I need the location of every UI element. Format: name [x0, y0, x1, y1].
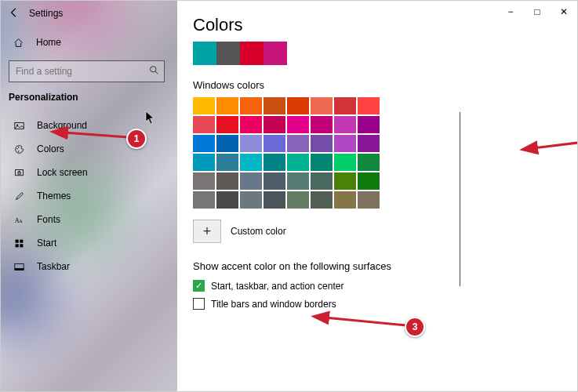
color-swatch[interactable]	[193, 135, 215, 152]
color-swatch[interactable]	[287, 97, 309, 114]
color-swatch[interactable]	[287, 116, 309, 133]
color-swatch[interactable]	[287, 135, 309, 152]
color-swatch[interactable]	[240, 154, 262, 171]
color-swatch[interactable]	[358, 154, 380, 171]
color-swatch[interactable]	[264, 97, 285, 114]
sidebar-item-label: Lock screen	[37, 167, 88, 178]
sidebar-item-label: Background	[37, 120, 87, 131]
color-swatch[interactable]	[358, 172, 380, 190]
home-label: Home	[36, 37, 61, 48]
color-swatch[interactable]	[311, 154, 333, 171]
sidebar-item-start[interactable]: Start	[1, 231, 177, 255]
color-swatch[interactable]	[264, 172, 285, 190]
color-swatch[interactable]	[216, 97, 238, 114]
color-swatch[interactable]	[216, 154, 238, 171]
sidebar-item-label: Taskbar	[37, 261, 70, 272]
current-colors-row	[193, 42, 562, 65]
sidebar-item-themes[interactable]: Themes	[1, 184, 177, 208]
svg-point-0	[151, 67, 156, 72]
sidebar-item-colors[interactable]: Colors	[1, 137, 177, 161]
section-label-personalization: Personalization	[1, 82, 177, 106]
color-swatch[interactable]	[358, 135, 380, 152]
color-swatch[interactable]	[311, 172, 333, 190]
color-swatch[interactable]	[287, 191, 309, 209]
svg-point-5	[17, 146, 18, 147]
color-swatch[interactable]	[240, 116, 262, 133]
color-swatch[interactable]	[216, 135, 238, 152]
window-maximize[interactable]: □	[524, 1, 551, 23]
picture-icon	[13, 121, 24, 131]
checkbox-row: Title bars and window borders	[193, 298, 562, 310]
color-swatch[interactable]	[264, 116, 285, 133]
taskbar-icon	[13, 262, 24, 272]
color-swatch[interactable]	[264, 135, 285, 152]
current-color-swatch	[240, 42, 264, 65]
sidebar-item-background[interactable]: Background	[1, 114, 177, 137]
settings-window: Settings Home Personalization Background…	[0, 0, 578, 392]
color-swatch[interactable]	[287, 172, 309, 190]
color-swatch[interactable]	[311, 135, 333, 152]
checkbox-label: Title bars and window borders	[211, 299, 336, 310]
color-swatch[interactable]	[334, 154, 356, 171]
fonts-icon: AA	[13, 215, 24, 225]
color-swatch[interactable]	[334, 172, 356, 190]
svg-rect-8	[17, 172, 20, 173]
window-close[interactable]: ✕	[551, 1, 577, 23]
svg-rect-11	[15, 239, 18, 242]
color-swatch[interactable]	[311, 116, 333, 133]
color-swatch[interactable]	[358, 116, 380, 133]
color-swatch[interactable]	[264, 191, 285, 209]
checkbox-row: ✓Start, taskbar, and action center	[193, 280, 562, 292]
color-swatch[interactable]	[193, 116, 215, 133]
color-swatch[interactable]	[216, 116, 238, 133]
color-swatch[interactable]	[334, 135, 356, 152]
svg-rect-14	[20, 244, 23, 247]
sidebar-item-label: Fonts	[37, 214, 60, 225]
svg-point-4	[16, 147, 17, 148]
current-color-swatch	[216, 42, 240, 65]
brush-icon	[13, 191, 24, 201]
svg-rect-12	[20, 239, 23, 242]
svg-rect-16	[14, 268, 23, 270]
current-color-swatch	[193, 42, 216, 65]
home-icon	[13, 38, 24, 48]
color-swatch[interactable]	[216, 191, 238, 209]
custom-color-button[interactable]: + Custom color	[193, 220, 562, 243]
sidebar-item-lock-screen[interactable]: Lock screen	[1, 161, 177, 184]
sidebar-item-fonts[interactable]: AAFonts	[1, 208, 177, 231]
color-swatch[interactable]	[193, 97, 215, 114]
color-swatch[interactable]	[311, 97, 333, 114]
plus-icon: +	[193, 220, 221, 243]
checkbox[interactable]: ✓	[193, 280, 205, 292]
color-swatch[interactable]	[358, 97, 380, 114]
color-swatch[interactable]	[358, 191, 380, 209]
color-swatch[interactable]	[240, 97, 262, 114]
windows-colors-label: Windows colors	[193, 79, 562, 91]
color-swatch[interactable]	[240, 191, 262, 209]
color-swatch[interactable]	[193, 191, 215, 209]
lock-icon	[13, 168, 24, 178]
checkbox[interactable]	[193, 298, 205, 310]
window-minimize[interactable]: −	[497, 1, 524, 23]
color-swatch[interactable]	[334, 116, 356, 133]
color-swatch[interactable]	[311, 191, 333, 209]
main-content: − □ ✕ Colors Windows colors + Custom col…	[177, 1, 577, 391]
color-swatch[interactable]	[287, 154, 309, 171]
color-swatch[interactable]	[240, 172, 262, 190]
color-swatch[interactable]	[193, 154, 215, 171]
search-box[interactable]	[9, 60, 165, 82]
sidebar-item-taskbar[interactable]: Taskbar	[1, 255, 177, 278]
sidebar-item-home[interactable]: Home	[1, 31, 177, 54]
color-swatch[interactable]	[240, 135, 262, 152]
annotation-bubble-3: 3	[405, 317, 425, 337]
search-icon	[149, 65, 159, 78]
svg-point-6	[17, 151, 18, 151]
search-input[interactable]	[14, 65, 149, 78]
color-swatch[interactable]	[264, 154, 285, 171]
windows-colors-grid	[193, 97, 562, 209]
back-icon[interactable]	[9, 7, 21, 20]
color-swatch[interactable]	[193, 172, 215, 190]
color-swatch[interactable]	[334, 97, 356, 114]
color-swatch[interactable]	[216, 172, 238, 190]
color-swatch[interactable]	[334, 191, 356, 209]
